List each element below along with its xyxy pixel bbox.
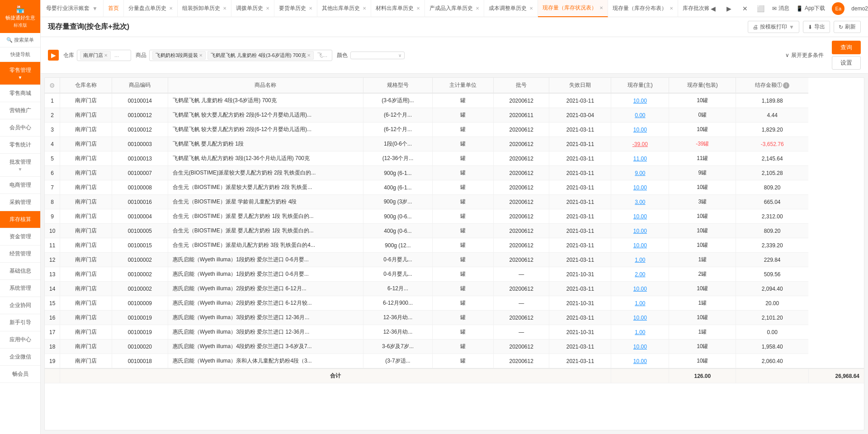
- balance-info-icon[interactable]: i: [783, 82, 789, 89]
- product-tag-2: 飞鹤星飞帆 儿童奶粉 4段(3-6岁适用) 700克 ✕: [208, 51, 314, 60]
- row-stock-main[interactable]: 1.00: [611, 325, 669, 340]
- settings-button[interactable]: 设置: [832, 56, 861, 70]
- tab-close-fen-pan[interactable]: ✕: [169, 6, 173, 11]
- refresh-button[interactable]: ↻ 刷新: [834, 21, 861, 33]
- page-title: 现存量查询(按仓库+批次): [48, 22, 129, 32]
- row-stock-main[interactable]: 10.00: [611, 93, 669, 108]
- tab-close-xian-cun-fenpei[interactable]: ✕: [670, 6, 673, 11]
- tab-scroll-right[interactable]: ▶: [725, 4, 734, 13]
- user-avatar[interactable]: Ea: [832, 2, 844, 15]
- tab-close-diao-bo[interactable]: ✕: [266, 6, 269, 11]
- product-tag-close-1[interactable]: ✕: [199, 53, 203, 58]
- sidebar-item-member[interactable]: 会员中心: [0, 119, 40, 137]
- row-stock-main[interactable]: 11.00: [611, 151, 669, 166]
- tab-zu-chai[interactable]: 组装拆卸单历史✕: [178, 0, 231, 17]
- maximize-btn[interactable]: ⬜: [756, 4, 765, 13]
- row-stock-main[interactable]: 10.00: [611, 209, 669, 224]
- sidebar-item-enterprise[interactable]: 企业协同: [0, 297, 40, 314]
- sidebar-item-guide[interactable]: 新手引导: [0, 314, 40, 331]
- sidebar-item-basic-info[interactable]: 基础信息: [0, 263, 40, 280]
- sidebar-logo[interactable]: 🏪 畅捷通好生意 标准版: [0, 0, 40, 33]
- tab-cheng-ben[interactable]: 成本调整单历史✕: [484, 0, 538, 17]
- tab-close-xian-cun-kuzhuang[interactable]: ✕: [599, 5, 603, 10]
- sidebar-quick-nav[interactable]: 快捷导航: [0, 47, 40, 62]
- row-stock-main[interactable]: 10.00: [611, 311, 669, 325]
- row-warehouse: 南岸门店: [60, 209, 112, 224]
- close-all-tabs[interactable]: ✕: [741, 4, 750, 13]
- row-stock-main[interactable]: -39.00: [611, 137, 669, 151]
- col-header-5: 主计量单位: [433, 78, 494, 93]
- tab-qi-ta-chu[interactable]: 其他出库单历史✕: [317, 0, 371, 17]
- product-more[interactable]: 飞...: [316, 52, 329, 59]
- message-btn[interactable]: ✉ 消息: [772, 5, 789, 12]
- row-stock-main[interactable]: 10.00: [611, 224, 669, 238]
- query-button[interactable]: 查询: [832, 41, 861, 54]
- col-header-8: 现存量(主): [611, 78, 669, 93]
- sidebar-item-marketing[interactable]: 营销推广: [0, 102, 40, 119]
- filter-warehouse-input[interactable]: 南岸门店 ✕ ...: [77, 50, 131, 61]
- tab-scroll-left[interactable]: ◀: [709, 4, 718, 13]
- tab-close-cai-liao-chu[interactable]: ✕: [416, 6, 420, 11]
- sidebar-label: 零售统计: [9, 141, 31, 149]
- sidebar-item-operations[interactable]: 经营管理: [0, 245, 40, 263]
- sidebar-item-sys-mgmt[interactable]: 系统管理: [0, 280, 40, 297]
- filter-color-input[interactable]: ∨: [350, 52, 405, 59]
- row-warehouse: 南岸门店: [60, 311, 112, 325]
- sidebar-item-app-center[interactable]: 应用中心: [0, 331, 40, 349]
- tab-xian-cun-kuzhuang[interactable]: 现存量（库存状况表）✕: [538, 0, 608, 17]
- filter-expand-btn[interactable]: ▶: [48, 50, 59, 61]
- tab-cai-liao-chu[interactable]: 材料出库单历史✕: [371, 0, 425, 17]
- row-stock-main[interactable]: 9.00: [611, 166, 669, 180]
- sidebar-item-ecommerce[interactable]: 电商管理: [0, 177, 40, 194]
- user-label[interactable]: demo2: [851, 5, 868, 12]
- tab-close-chan-pin-ru[interactable]: ✕: [476, 6, 479, 11]
- tab-pi-ci[interactable]: 库存批次账✕: [678, 0, 709, 17]
- row-stock-main[interactable]: 3.00: [611, 195, 669, 209]
- export-button[interactable]: ⬇ 导出: [803, 21, 830, 33]
- row-stock-main[interactable]: 1.00: [611, 296, 669, 311]
- row-stock-pkg: 10罐: [669, 311, 736, 325]
- expand-more-btn[interactable]: ∨ 展开更多条件: [782, 50, 827, 61]
- tab-fen-pan[interactable]: 分量盘点单历史✕: [124, 0, 178, 17]
- tab-yao-huo[interactable]: 要货单历史✕: [274, 0, 317, 17]
- tab-xian-cun-fenpei[interactable]: 现存量（库存分布表）✕: [608, 0, 678, 17]
- sidebar-item-purchase[interactable]: 采购管理: [0, 194, 40, 211]
- sidebar-item-inventory[interactable]: 库存核算: [0, 211, 40, 228]
- sidebar-item-finance[interactable]: 资金管理: [0, 228, 40, 245]
- tab-home[interactable]: 首页: [104, 0, 124, 17]
- warehouse-tag-close-1[interactable]: ✕: [104, 53, 108, 58]
- row-stock-main[interactable]: 1.00: [611, 253, 669, 267]
- row-stock-main[interactable]: 0.00: [611, 108, 669, 123]
- table-settings-icon[interactable]: ⚙: [49, 82, 55, 89]
- row-stock-main[interactable]: 10.00: [611, 123, 669, 137]
- row-stock-main[interactable]: 10.00: [611, 238, 669, 253]
- tab-close-cheng-ben[interactable]: ✕: [529, 6, 533, 11]
- warehouse-more[interactable]: ...: [113, 52, 121, 58]
- store-selector[interactable]: 母婴行业演示账套 ▼: [41, 0, 104, 17]
- row-stock-main[interactable]: 10.00: [611, 354, 669, 369]
- row-stock-main[interactable]: 10.00: [611, 282, 669, 296]
- filter-product-input[interactable]: 飞鹤奶粉3段两提装 ✕ 飞鹤星飞帆 儿童奶粉 4段(3-6岁适用) 700克 ✕…: [149, 50, 332, 61]
- row-expire: 2021-03-11: [549, 123, 611, 137]
- app-download-btn[interactable]: 📱 App下载: [796, 5, 825, 12]
- tab-label: 要货单历史: [279, 5, 306, 12]
- sidebar-search[interactable]: 🔍 搜索菜单: [0, 33, 40, 47]
- sidebar-item-retail-stats[interactable]: 零售统计: [0, 137, 40, 154]
- tab-close-zu-chai[interactable]: ✕: [223, 6, 226, 11]
- sidebar-item-membership[interactable]: 畅会员: [0, 366, 40, 383]
- product-tag-close-2[interactable]: ✕: [307, 53, 311, 58]
- sidebar-item-retail-mgmt[interactable]: 零售管理▼: [0, 62, 40, 85]
- row-stock-main[interactable]: 2.00: [611, 267, 669, 282]
- row-warehouse: 南岸门店: [60, 296, 112, 311]
- tab-close-yao-huo[interactable]: ✕: [309, 6, 312, 11]
- sidebar-item-retail-shop[interactable]: 零售商城: [0, 85, 40, 102]
- tab-close-qi-ta-chu[interactable]: ✕: [363, 6, 366, 11]
- tab-chan-pin-ru[interactable]: 产成品入库单历史✕: [425, 0, 484, 17]
- row-code: 00100014: [112, 93, 168, 108]
- row-stock-main[interactable]: 10.00: [611, 340, 669, 354]
- sidebar-item-wholesale[interactable]: 批发管理▼: [0, 154, 40, 177]
- tab-diao-bo[interactable]: 调拨单历史✕: [231, 0, 274, 17]
- sidebar-item-enterprise-wechat[interactable]: 企业微信: [0, 349, 40, 366]
- print-button[interactable]: 🖨 按模板打印 ▼: [748, 21, 799, 33]
- row-stock-main[interactable]: 10.00: [611, 180, 669, 195]
